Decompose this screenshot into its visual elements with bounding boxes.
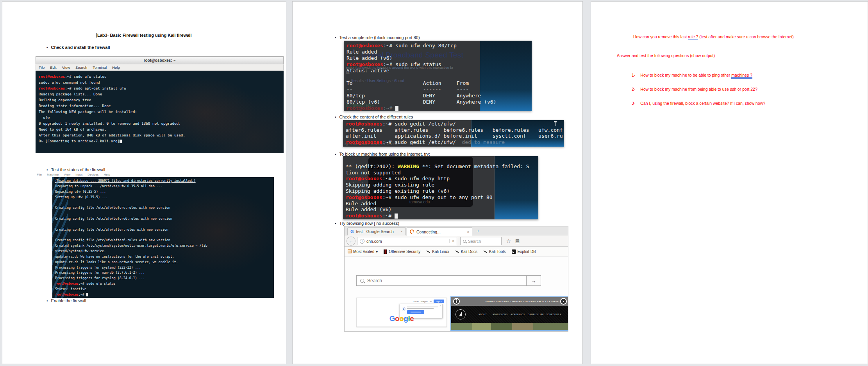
question-text: How to block my machine from being able …: [640, 87, 757, 92]
screenshot-terminal-gedit-rules[interactable]: dge or other abilities: Medical test, to…: [343, 120, 564, 147]
bullet-icon: •: [335, 152, 336, 157]
tamusa-header: FUTURE STUDENTS CURRENT STUDENTS FACULTY…: [451, 297, 568, 306]
bullet-icon: •: [46, 298, 48, 303]
close-tab-icon[interactable]: ×: [467, 230, 469, 234]
google-logo: Google: [357, 314, 447, 323]
bullet-text: Check and install the firewall: [51, 45, 110, 50]
question-1: 1- How to block my machine to be able to…: [632, 73, 752, 77]
site-info-icon[interactable]: i: [360, 239, 364, 244]
bullet-text: Check the content of the different rules: [339, 115, 413, 120]
gmail-link[interactable]: Gmail: [413, 300, 418, 303]
bookmark-kali-tools[interactable]: Kali Tools: [483, 249, 506, 254]
tamusa-homepage-thumbnail[interactable]: FUTURE STUDENTS CURRENT STUDENTS FACULTY…: [451, 297, 568, 330]
page-3: How can you remove this last rule ? (tes…: [591, 1, 868, 364]
tamusa-nav-link[interactable]: SCHEDULE A: [546, 313, 561, 316]
tamusa-navbar: ABOUT ADMISSIONS ACADEMICS CAMPUS LIFE S…: [451, 306, 568, 323]
vbox-menu-file[interactable]: File: [37, 173, 42, 176]
bookmark-kali-docs[interactable]: Kali Docs: [455, 249, 477, 254]
popup-text-line: [407, 307, 438, 307]
tamusa-header-link[interactable]: FUTURE STUDENTS: [486, 300, 509, 303]
google-topbar: Gmail Images ⊞ Sign in: [413, 300, 444, 303]
screenshot-terminal-install-ufw[interactable]: root@osboxes: ~ File Edit View Search Te…: [36, 56, 284, 153]
terminal-output: root@osboxes:~# sudo ufw statussudo: ufw…: [36, 71, 284, 153]
search-go-button[interactable]: →: [527, 275, 541, 286]
tamusa-nav-link[interactable]: CAMPUS LIFE: [528, 313, 544, 316]
bookmark-offensive-security[interactable]: Offensive Security: [384, 249, 420, 254]
question-remove-rule: How can you remove this last rule ? (tes…: [633, 34, 794, 39]
url-bar[interactable]: i cnn.com ×: [357, 237, 457, 245]
google-favicon: G: [350, 230, 354, 234]
pin-icon[interactable]: [453, 298, 460, 305]
question-text: Can I, using the firewall, block a certa…: [640, 101, 765, 106]
bookmark-most-visited[interactable]: Most Visited▾: [348, 249, 378, 254]
vbox-menu-help[interactable]: Help: [104, 173, 110, 176]
terminal-menubar: File Edit View Search Terminal Help: [36, 64, 284, 71]
menu-search[interactable]: Search: [73, 65, 90, 70]
screenshot-terminal-ufw-setup-output[interactable]: (Reading database ... 306971 files and d…: [52, 177, 274, 298]
bullet-icon: •: [335, 115, 336, 120]
tamusa-nav-link[interactable]: ACADEMICS: [511, 313, 525, 316]
google-homepage-thumbnail[interactable]: Gmail Images ⊞ Sign in × Google: [356, 298, 447, 327]
bookmarks-panel-icon[interactable]: ▤: [515, 238, 520, 244]
answer-heading: Answer and test the following questions …: [617, 53, 715, 58]
new-tab-button[interactable]: +: [477, 228, 480, 234]
doc-title-text: Lab3- Basic Firewall testing using Kali …: [97, 33, 191, 38]
menu-edit[interactable]: Edit: [47, 65, 59, 70]
bookmark-star-icon[interactable]: ☆: [506, 238, 511, 244]
question-text: How to block my machine to be able to pi…: [640, 73, 752, 77]
bookmark-kali-linux[interactable]: Kali Linux: [426, 249, 449, 254]
tamusa-header-link[interactable]: CURRENT STUDENTS: [511, 300, 536, 303]
clear-url-icon[interactable]: ×: [449, 239, 454, 243]
search-placeholder: Search: [468, 239, 481, 244]
terminal-titlebar[interactable]: root@osboxes: ~: [36, 56, 284, 64]
text-cursor: [96, 33, 96, 38]
tab-bar: G test - Google Search × Connecting... ×…: [345, 226, 568, 235]
bullet-check-install: • Check and install the firewall: [46, 45, 110, 50]
menu-help[interactable]: Help: [109, 65, 123, 70]
tamusa-nav-link[interactable]: ADMISSIONS: [493, 313, 508, 316]
vbox-menu-view[interactable]: View: [64, 173, 70, 176]
tamusa-nav-link[interactable]: ABOUT: [479, 313, 487, 316]
grammar-underlined-text: rule ?: [688, 34, 698, 40]
vbox-menu-devices[interactable]: Devices: [88, 173, 98, 176]
vbox-menu-machine[interactable]: Machine: [47, 173, 59, 176]
page-search-input[interactable]: Search: [356, 275, 527, 286]
close-icon[interactable]: ×: [439, 305, 441, 307]
url-text: cnn.com: [366, 239, 382, 244]
screenshot-terminal-deny-80[interactable]: Global Broadband Speed Test ection bandw…: [344, 41, 532, 111]
menu-view[interactable]: View: [59, 65, 73, 70]
vbox-menu-input[interactable]: Input: [75, 173, 82, 176]
kali-dragon-icon: [455, 249, 459, 254]
kali-dragon-icon: [426, 249, 430, 254]
images-link[interactable]: Images: [421, 300, 428, 303]
close-tab-icon[interactable]: ×: [401, 230, 403, 233]
vbox-menubar: File Machine View Input Devices Help: [37, 173, 110, 176]
tab-connecting[interactable]: Connecting... ×: [407, 227, 472, 236]
back-button[interactable]: ←: [346, 237, 355, 246]
screenshot-firefox-browser[interactable]: G test - Google Search × Connecting... ×…: [344, 226, 568, 332]
close-icon[interactable]: ×: [560, 298, 567, 305]
page-1: Lab3- Basic Firewall testing using Kali …: [2, 1, 286, 364]
popup-confirm-button[interactable]: [407, 310, 424, 314]
tab-google-search[interactable]: G test - Google Search ×: [347, 227, 406, 235]
tamusa-crest-logo: [455, 309, 466, 319]
navigation-bar: ← i cnn.com × Search ☆ ▤: [345, 235, 568, 247]
search-field[interactable]: Search: [460, 237, 502, 245]
screenshot-terminal-deny-out-80[interactable]: tamusa.edu ** (gedit:2402): WARNING **: …: [343, 156, 538, 219]
question-number: 3-: [632, 101, 635, 106]
apps-grid-icon[interactable]: ⊞: [430, 300, 432, 303]
bullet-icon: •: [46, 45, 48, 50]
terminal-output: root@osboxes:~# sudo ufw deny 80/tcpRule…: [344, 41, 532, 111]
page-search-placeholder: Search: [367, 278, 382, 283]
chrome-icon: [402, 307, 405, 311]
offensive-security-icon: [384, 249, 387, 254]
menu-file[interactable]: File: [36, 65, 47, 70]
tamusa-header-link[interactable]: FACULTY & STAFF: [537, 300, 559, 303]
terminal-output: ** (gedit:2402): WARNING **: Set documen…: [343, 156, 538, 219]
menu-terminal[interactable]: Terminal: [90, 65, 109, 70]
tab-label: Connecting...: [416, 230, 441, 234]
sign-in-button[interactable]: Sign in: [434, 300, 444, 303]
most-visited-icon: [348, 249, 352, 253]
bookmark-exploit-db[interactable]: Exploit-DB: [512, 249, 536, 254]
caret-down-icon: ▾: [376, 249, 378, 254]
